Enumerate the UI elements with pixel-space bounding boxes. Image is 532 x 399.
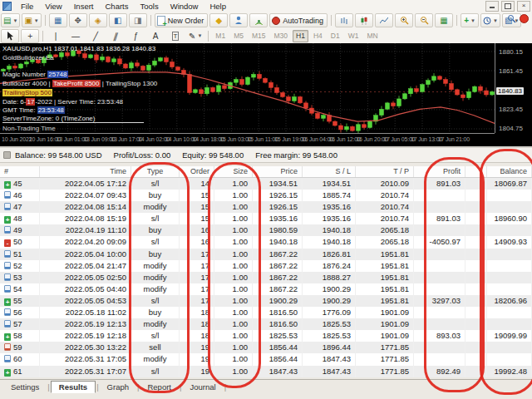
price-chart[interactable]: XAUUSD.pro,H1 1837.01 1841.83 1836.28 18…: [0, 43, 532, 146]
table-row[interactable]: 492022.04.19 11:10buy161.001980.591940.1…: [0, 224, 532, 236]
close-button[interactable]: ×: [517, 1, 530, 12]
time-cell: 2022.04.08 15:14: [40, 201, 131, 213]
tab-report[interactable]: Report: [140, 382, 179, 392]
table-row[interactable]: 602022.05.31 17:05modify191.001856.44184…: [0, 353, 532, 365]
new-order-icon: [157, 16, 165, 26]
timeframe-m30-button[interactable]: M30: [271, 30, 292, 42]
trade-number-cell: 46: [0, 190, 40, 201]
zoom-in-button[interactable]: [395, 13, 413, 27]
timeframe-m5-button[interactable]: M5: [230, 30, 247, 42]
profiles-button[interactable]: ▣▼: [22, 13, 41, 27]
table-row[interactable]: +612022.05.31 17:07s/l191.001847.431847.…: [0, 366, 532, 377]
current-price-badge: 1840.83: [496, 87, 524, 95]
search-icon[interactable]: [507, 14, 516, 23]
bar-chart-mode-button[interactable]: [335, 13, 353, 27]
autotrading-button[interactable]: AutoTrading: [269, 13, 328, 27]
table-row[interactable]: 592022.05.30 13:22sell191.001856.441896.…: [0, 342, 532, 353]
text-tool-button[interactable]: A: [146, 29, 165, 43]
order-cell: 17: [180, 272, 214, 283]
menu-charts[interactable]: Charts: [100, 2, 135, 11]
table-row[interactable]: +582022.05.19 12:18s/l181.001825.531825.…: [0, 330, 532, 342]
timeframe-w1-button[interactable]: W1: [345, 30, 362, 42]
timeframe-m1-button[interactable]: M1: [212, 30, 229, 42]
tab-settings[interactable]: Settings: [3, 382, 47, 392]
new-chart-button[interactable]: ▤▼: [1, 13, 20, 27]
menu-file[interactable]: File: [15, 2, 39, 11]
table-row[interactable]: 562022.05.18 11:02buy181.001816.501776.0…: [0, 307, 532, 318]
restore-button[interactable]: [501, 1, 515, 12]
price-cell: 1856.44: [253, 342, 303, 353]
timeframe-mn-button[interactable]: MN: [363, 30, 381, 42]
metaeditor-button[interactable]: ◆: [209, 13, 228, 27]
market-button[interactable]: [229, 13, 248, 27]
trendline-tool-button[interactable]: ╱: [86, 29, 105, 43]
signals-button[interactable]: [249, 13, 268, 27]
table-row[interactable]: 522022.05.04 21:47modify171.001867.22187…: [0, 260, 532, 272]
sl-cell: 1935.16: [303, 213, 356, 224]
spacer-cell: [466, 307, 487, 318]
size-cell: 1.00: [214, 307, 253, 318]
arrows-tool-button[interactable]: ✎▼: [186, 29, 204, 43]
time-axis[interactable]: 10 Jun 202210 Jun 16:0013 Jun 01:0013 Ju…: [0, 133, 495, 147]
account-summary-bar: Balance: 99 548.00 USD Profit/Loss: 0.00…: [0, 148, 532, 163]
channel-tool-button[interactable]: ∥: [106, 29, 125, 43]
fibonacci-tool-button[interactable]: ƒ: [126, 29, 145, 43]
table-row[interactable]: 512022.05.04 10:00buy171.001867.221826.8…: [0, 249, 532, 260]
data-window-button[interactable]: ✥: [69, 13, 87, 27]
menu-insert[interactable]: Insert: [68, 2, 100, 11]
timeframe-h1-button[interactable]: H1: [293, 30, 308, 42]
notification-badge[interactable]: [520, 14, 529, 23]
table-row[interactable]: 462022.04.07 09:43buy151.001926.151885.7…: [0, 190, 532, 201]
tab-results[interactable]: Results: [51, 381, 96, 393]
table-row[interactable]: 532022.05.05 02:50modify171.001867.22188…: [0, 272, 532, 283]
table-row[interactable]: +552022.05.05 04:53s/l171.001900.291900.…: [0, 295, 532, 307]
price-axis[interactable]: 1880.151861.451823.451804.751840.83: [495, 43, 532, 133]
tab-graph[interactable]: Graph: [100, 382, 136, 392]
type-cell: sell: [131, 342, 180, 353]
spacer-cell: [466, 201, 487, 213]
menu-bar: File View Insert Charts Tools Window Hel…: [0, 0, 532, 13]
size-cell: 1.00: [214, 224, 253, 236]
timeframe-h4-button[interactable]: H4: [310, 30, 326, 42]
balance-cell: [487, 272, 532, 283]
new-order-button[interactable]: New Order: [155, 13, 209, 27]
crosshair-tool-button[interactable]: ＋: [21, 29, 39, 43]
table-row[interactable]: 542022.05.05 04:40modify171.001867.22190…: [0, 283, 532, 295]
column-header-#: #: [0, 166, 40, 177]
timeframe-m15-button[interactable]: M15: [249, 30, 269, 42]
indicators-button[interactable]: +▼: [461, 13, 479, 27]
table-row[interactable]: 472022.04.08 15:14modify151.001926.15193…: [0, 201, 532, 213]
table-row[interactable]: -502022.04.20 09:09s/l161.001940.181940.…: [0, 236, 532, 248]
navigator-button[interactable]: ◈: [89, 13, 107, 27]
tab-separator: |: [180, 382, 181, 392]
menu-window[interactable]: Window: [165, 2, 204, 11]
strategy-tester-button[interactable]: ◨: [129, 13, 147, 27]
size-cell: 1.00: [214, 353, 253, 365]
vertical-line-tool-button[interactable]: |: [47, 29, 65, 43]
horizontal-line-tool-button[interactable]: —: [66, 29, 85, 43]
table-row[interactable]: 572022.05.19 12:13modify181.001816.50182…: [0, 318, 532, 330]
minimize-button[interactable]: [485, 1, 499, 12]
menu-tools[interactable]: Tools: [134, 2, 164, 11]
balance-value: Balance: 99 548.00 USD: [15, 150, 102, 160]
menu-help[interactable]: Help: [204, 2, 232, 11]
balance-cell: [487, 342, 532, 353]
tile-windows-button[interactable]: ▦: [435, 13, 453, 27]
cursor-tool-button[interactable]: [1, 29, 19, 43]
candlestick-mode-button[interactable]: [355, 13, 373, 27]
type-cell: s/l: [131, 295, 180, 307]
periods-button[interactable]: ▼: [480, 13, 500, 27]
text-label-tool-button[interactable]: T: [166, 29, 185, 43]
terminal-button[interactable]: ◧: [109, 13, 127, 27]
tab-journal[interactable]: Journal: [182, 382, 223, 392]
market-watch-button[interactable]: ▦: [49, 13, 67, 27]
table-row[interactable]: +452022.04.05 17:12s/l141.001934.511934.…: [0, 178, 532, 190]
balance-cell: 18960.90: [487, 213, 532, 224]
menu-view[interactable]: View: [39, 2, 67, 11]
zoom-in-icon: [400, 16, 409, 25]
zoom-out-button[interactable]: [415, 13, 433, 27]
price-cell: 1926.15: [253, 201, 303, 213]
table-row[interactable]: +482022.04.08 15:19s/l151.001935.161935.…: [0, 213, 532, 224]
line-chart-mode-button[interactable]: [375, 13, 393, 27]
timeframe-d1-button[interactable]: D1: [328, 30, 343, 42]
